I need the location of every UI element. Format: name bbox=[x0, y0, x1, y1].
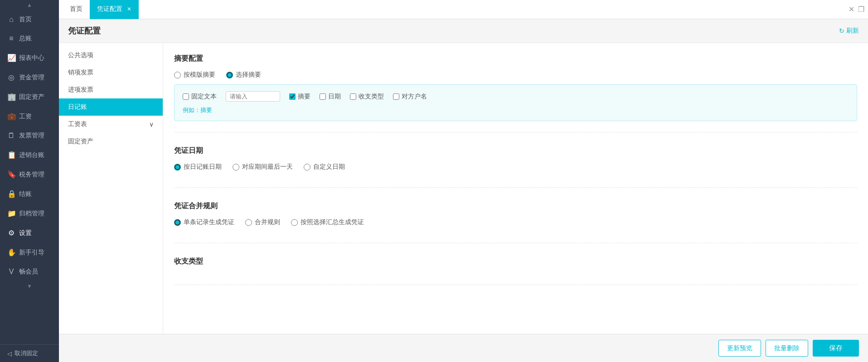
left-nav-payroll-table-label: 工资表 bbox=[68, 120, 87, 128]
checkbox-income-type-label: 收支类型 bbox=[359, 93, 384, 101]
summary-box: 固定文本 摘要 日期 收支类型 bbox=[174, 84, 857, 121]
refresh-label: 刷新 bbox=[846, 27, 859, 35]
sidebar-scroll-down[interactable]: ▼ bbox=[0, 281, 59, 291]
sidebar-item-assets[interactable]: 🏢 固定资产 bbox=[0, 87, 59, 107]
tab-voucher-config[interactable]: 凭证配置 ✕ bbox=[90, 0, 139, 19]
invoice-icon: 🗒 bbox=[7, 132, 15, 140]
save-button[interactable]: 保存 bbox=[813, 340, 859, 357]
left-nav-payroll-table[interactable]: 工资表 ∨ bbox=[59, 116, 163, 133]
sidebar-unpin[interactable]: ◁ 取消固定 bbox=[0, 344, 59, 362]
radio-select-aggregate[interactable]: 按照选择汇总生成凭证 bbox=[291, 218, 364, 226]
radio-period-last-day-label: 对应期间最后一天 bbox=[242, 163, 293, 171]
tab-voucher-config-label: 凭证配置 bbox=[97, 5, 122, 13]
left-nav-sales-invoice-label: 销项发票 bbox=[68, 68, 93, 77]
window-close-icon[interactable]: ✕ bbox=[849, 5, 854, 14]
tab-close-icon[interactable]: ✕ bbox=[127, 6, 131, 12]
checkbox-group: 固定文本 摘要 日期 收支类型 bbox=[183, 91, 849, 102]
checkbox-summary[interactable]: 摘要 bbox=[289, 93, 310, 101]
checkbox-income-type-input[interactable] bbox=[350, 93, 356, 100]
sidebar-item-label: 首页 bbox=[19, 15, 32, 24]
voucher-date-title: 凭证日期 bbox=[174, 146, 857, 156]
sidebar-item-label: 进销台账 bbox=[19, 151, 44, 159]
left-nav-purchase-invoice-label: 进项发票 bbox=[68, 86, 93, 94]
update-preview-button[interactable]: 更新预览 bbox=[718, 340, 761, 357]
radio-single-record-input[interactable] bbox=[174, 219, 181, 226]
left-nav-journal-label: 日记账 bbox=[68, 103, 87, 111]
checkbox-summary-input[interactable] bbox=[289, 93, 296, 100]
voucher-date-radio-group: 按日记账日期 对应期间最后一天 自定义日期 bbox=[174, 163, 857, 171]
radio-journal-date-input[interactable] bbox=[174, 164, 181, 171]
radio-merge-rule-input[interactable] bbox=[245, 219, 252, 226]
sidebar-item-invoice[interactable]: 🗒 发票管理 bbox=[0, 126, 59, 145]
sidebar-item-closing[interactable]: 🔒 结账 bbox=[0, 184, 59, 204]
left-nav-sales-invoice[interactable]: 销项发票 bbox=[59, 64, 163, 81]
checkbox-fixed-text[interactable]: 固定文本 bbox=[183, 93, 217, 101]
sidebar-item-tax[interactable]: 🔖 税务管理 bbox=[0, 165, 59, 184]
radio-select-summary-label: 选择摘要 bbox=[236, 71, 261, 79]
sidebar-item-member[interactable]: V 畅会员 bbox=[0, 262, 59, 281]
radio-period-last-day[interactable]: 对应期间最后一天 bbox=[233, 163, 293, 171]
left-nav-journal[interactable]: 日记账 bbox=[59, 98, 163, 116]
main-area: 首页 凭证配置 ✕ ✕ ❐ 凭证配置 ↻ 刷新 公共选项 销项发票 进 bbox=[59, 0, 868, 362]
sidebar-item-purchase[interactable]: 📋 进销台账 bbox=[0, 145, 59, 165]
page-title: 凭证配置 bbox=[68, 25, 101, 36]
radio-template-summary[interactable]: 按模版摘要 bbox=[174, 71, 215, 79]
sidebar-scroll-up[interactable]: ▲ bbox=[0, 0, 59, 10]
voucher-date-section: 凭证日期 按日记账日期 对应期间最后一天 自定义日期 bbox=[174, 146, 857, 188]
window-restore-icon[interactable]: ❐ bbox=[858, 5, 864, 14]
sidebar-item-home[interactable]: ⌂ 首页 bbox=[0, 10, 59, 29]
pin-icon: ◁ bbox=[7, 350, 12, 357]
merge-rule-section: 凭证合并规则 单条记录生成凭证 合并规则 按照选择汇总生成凭证 bbox=[174, 201, 857, 243]
sidebar-item-label: 结账 bbox=[19, 190, 32, 198]
checkbox-counterparty[interactable]: 对方户名 bbox=[393, 93, 427, 101]
refresh-button[interactable]: ↻ 刷新 bbox=[839, 27, 859, 35]
radio-custom-date[interactable]: 自定义日期 bbox=[304, 163, 345, 171]
reports-icon: 📈 bbox=[7, 54, 15, 62]
home-icon: ⌂ bbox=[7, 15, 15, 24]
closing-icon: 🔒 bbox=[7, 190, 15, 198]
sidebar-item-label: 固定资产 bbox=[19, 93, 44, 101]
chevron-down-icon: ∨ bbox=[149, 121, 154, 128]
checkbox-fixed-text-label: 固定文本 bbox=[191, 93, 217, 101]
payroll-icon: 💼 bbox=[7, 112, 15, 121]
checkbox-fixed-text-input[interactable] bbox=[183, 93, 189, 100]
radio-merge-rule[interactable]: 合并规则 bbox=[245, 218, 280, 226]
radio-template-summary-input[interactable] bbox=[174, 72, 181, 78]
unpin-label: 取消固定 bbox=[15, 349, 38, 357]
tab-home[interactable]: 首页 bbox=[63, 0, 90, 19]
sidebar-item-label: 报表中心 bbox=[19, 54, 44, 62]
radio-select-aggregate-input[interactable] bbox=[291, 219, 298, 226]
sidebar-item-funds[interactable]: ◎ 资金管理 bbox=[0, 68, 59, 87]
checkbox-date-input[interactable] bbox=[320, 93, 326, 100]
checkbox-date[interactable]: 日期 bbox=[320, 93, 341, 101]
left-nav-purchase-invoice[interactable]: 进项发票 bbox=[59, 81, 163, 98]
sidebar-item-settings[interactable]: ⚙ 设置 bbox=[0, 223, 59, 243]
batch-delete-button[interactable]: 批量删除 bbox=[766, 340, 808, 357]
sidebar-item-label: 新手引导 bbox=[19, 249, 44, 257]
radio-merge-rule-label: 合并规则 bbox=[255, 218, 280, 226]
checkbox-income-type[interactable]: 收支类型 bbox=[350, 93, 384, 101]
sidebar-item-archive[interactable]: 📁 归档管理 bbox=[0, 204, 59, 223]
radio-journal-date-label: 按日记账日期 bbox=[184, 163, 222, 171]
sidebar-item-label: 税务管理 bbox=[19, 171, 44, 179]
content-area: 公共选项 销项发票 进项发票 日记账 工资表 ∨ 固定资产 摘要配置 bbox=[59, 43, 868, 334]
sidebar-item-ledger[interactable]: ≡ 总账 bbox=[0, 29, 59, 48]
radio-select-summary[interactable]: 选择摘要 bbox=[226, 71, 261, 79]
checkbox-counterparty-input[interactable] bbox=[393, 93, 399, 100]
left-nav-fixed-assets[interactable]: 固定资产 bbox=[59, 133, 163, 150]
radio-period-last-day-input[interactable] bbox=[233, 164, 239, 171]
sidebar-item-label: 发票管理 bbox=[19, 132, 44, 140]
left-nav-public[interactable]: 公共选项 bbox=[59, 47, 163, 64]
radio-custom-date-input[interactable] bbox=[304, 164, 310, 171]
radio-journal-date[interactable]: 按日记账日期 bbox=[174, 163, 222, 171]
radio-single-record[interactable]: 单条记录生成凭证 bbox=[174, 218, 234, 226]
radio-select-summary-input[interactable] bbox=[226, 72, 233, 78]
checkbox-summary-label: 摘要 bbox=[298, 93, 310, 101]
sidebar-item-label: 归档管理 bbox=[19, 210, 44, 218]
fixed-text-input[interactable] bbox=[226, 91, 280, 102]
sidebar-item-payroll[interactable]: 💼 工资 bbox=[0, 107, 59, 126]
member-icon: V bbox=[7, 268, 15, 276]
sidebar-item-guide[interactable]: ✋ 新手引导 bbox=[0, 243, 59, 262]
sidebar-item-reports[interactable]: 📈 报表中心 bbox=[0, 48, 59, 68]
checkbox-counterparty-label: 对方户名 bbox=[402, 93, 427, 101]
